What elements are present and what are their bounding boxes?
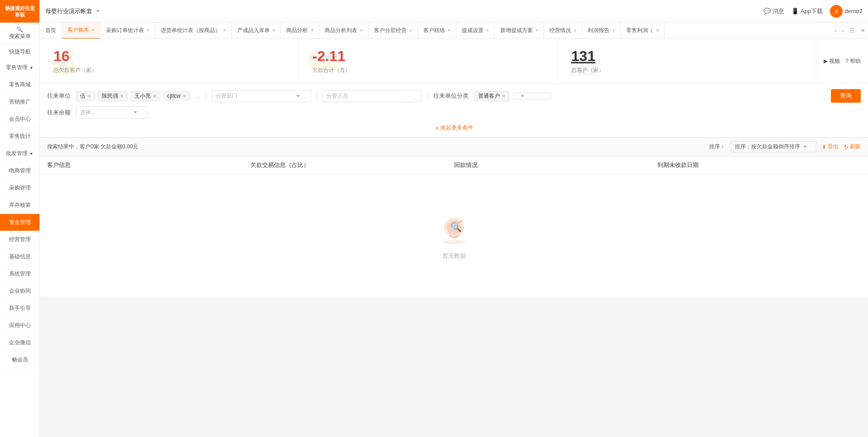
tab-new-raise-plan[interactable]: 新增提成方案× (495, 23, 544, 39)
dept-filter[interactable]: 分管部门 (211, 90, 311, 102)
tab-purchase-order-stats[interactable]: 采购订单统计表× (101, 23, 155, 39)
unit-type-select[interactable] (515, 93, 551, 100)
tab-close-customer-account[interactable]: × (92, 28, 95, 33)
tab-customer-tier[interactable]: 客户分层经营× (369, 23, 418, 39)
column-header: 欠款交易信息（占比） (250, 161, 454, 169)
unit-type-tag-close[interactable]: ✕ (502, 94, 505, 99)
sidebar-item-retail-stats[interactable]: 零售统计 (0, 128, 39, 145)
sidebar-item-new-guide[interactable]: 新手引导 (0, 300, 39, 317)
tab-next-btn[interactable]: › (839, 23, 847, 39)
divider-1 (206, 90, 206, 101)
unit-type-tag[interactable]: 普通客户 ✕ (474, 91, 509, 101)
tab-close-customer-tier[interactable]: × (409, 28, 412, 33)
query-button[interactable]: 查询 (831, 89, 861, 103)
dept-filter-label: 分管部门 (216, 92, 293, 100)
sidebar-item-finance[interactable]: 资金管理 (0, 214, 39, 231)
filter-tag-王小亮[interactable]: 王小亮✕ (130, 91, 160, 101)
sidebar-item-purchase[interactable]: 采购管理 (0, 180, 39, 197)
help-link[interactable]: ? 帮助 (845, 57, 861, 65)
tab-product-analysis-list[interactable]: 商品分析列表× (319, 23, 369, 39)
tab-expand-btn[interactable]: ☷ (847, 23, 858, 39)
tab-product-analysis[interactable]: 商品分析× (281, 23, 319, 39)
tab-prev-btn[interactable]: ‹ (832, 23, 839, 39)
sidebar-item-enterprise-wechat[interactable]: 企业微信 (0, 334, 39, 352)
person-filter[interactable]: 分管人员 ··· (322, 90, 422, 102)
sort-chevron-icon (803, 146, 807, 148)
tab-production-inbound[interactable]: 产成品入库单× (232, 23, 281, 39)
user-menu[interactable]: d demo2 (830, 5, 863, 18)
sidebar-item-enterprise-coop[interactable]: 企业协同 (0, 283, 39, 300)
filter-tag-伍[interactable]: 伍✕ (76, 91, 95, 101)
divider-3 (427, 90, 428, 101)
video-link[interactable]: ▶ 视频 (824, 57, 840, 65)
sidebar-item-operations[interactable]: 经营管理 (0, 231, 39, 248)
tab-close-customer-contact[interactable]: × (448, 28, 451, 33)
balance-filter[interactable]: 选择... (76, 106, 149, 119)
table-header: 客户信息欠款交易信息（占比）回款情况到期未收款日期 (40, 157, 868, 174)
tab-close-profit-report[interactable]: × (612, 28, 615, 33)
tab-profit-report[interactable]: 利润报告× (582, 23, 621, 39)
tab-close-operations-status[interactable]: × (574, 28, 576, 33)
app-download-btn[interactable]: 📱 App下载 (791, 7, 823, 15)
tab-close-all-btn[interactable]: ✕ (858, 23, 868, 39)
tab-inbound-stats[interactable]: 进货单统计表（按商品）× (155, 23, 232, 39)
collapse-btn[interactable]: ∧ 收起更多条件 (435, 124, 473, 132)
export-btn[interactable]: ⬇ 导出 (822, 143, 839, 151)
tab-close-inbound-stats[interactable]: × (223, 28, 226, 33)
filter-more-btn[interactable]: ... (196, 93, 200, 99)
tab-close-new-raise-plan[interactable]: × (536, 28, 538, 33)
collapse-row: ∧ 收起更多条件 (47, 122, 861, 132)
sidebar-item-basic-info[interactable]: 基础信息 (0, 248, 39, 266)
page-content: 💰 16 总欠款客户（家） 💳 -2.11 欠款合计（万） 🏢 131 总客户（… (40, 39, 868, 437)
tab-customer-contact[interactable]: 客户联络× (418, 23, 456, 39)
filter-tag-陈民强[interactable]: 陈民强✕ (98, 91, 128, 101)
tab-home[interactable]: 首页 (40, 23, 62, 39)
account-selector[interactable]: 母婴行业演示帐套 (45, 7, 100, 15)
tab-retail-profit[interactable]: 零售利润（× (621, 23, 665, 39)
export-icon: ⬇ (822, 144, 826, 150)
tab-close-product-analysis-list[interactable]: × (360, 28, 363, 33)
tab-close-retail-profit[interactable]: × (656, 28, 659, 33)
divider-2 (317, 90, 317, 101)
empty-text: 暂无数据 (442, 252, 466, 260)
tab-close-product-analysis[interactable]: × (311, 28, 313, 33)
tab-raise-settings[interactable]: 提成设置× (456, 23, 495, 39)
filter-tags-container: 伍✕陈民强✕王小亮✕cjttcw✕ (76, 91, 190, 101)
tab-list: 首页客户账本×采购订单统计表×进货单统计表（按商品）×产成品入库单×商品分析×商… (40, 23, 832, 39)
tab-close-production-inbound[interactable]: × (273, 28, 275, 33)
tab-close-raise-settings[interactable]: × (486, 28, 489, 33)
svg-point-0 (443, 240, 465, 244)
tag-close[interactable]: ✕ (87, 94, 91, 99)
filter-tag-cjttcw[interactable]: cjttcw✕ (163, 91, 190, 100)
tag-close[interactable]: ✕ (182, 94, 186, 99)
tabbar: 首页客户账本×采购订单统计表×进货单统计表（按商品）×产成品入库单×商品分析×商… (40, 23, 868, 39)
sort-select[interactable]: 排序：按欠款金额倒序排序 (731, 141, 816, 152)
dept-chevron-icon (296, 95, 300, 97)
tab-close-purchase-order-stats[interactable]: × (147, 28, 149, 33)
column-header: 回款情况 (454, 161, 657, 169)
sidebar-item-app-center[interactable]: 应用中心 (0, 317, 39, 334)
tag-close[interactable]: ✕ (153, 94, 156, 99)
sidebar-nav: 零售管理 ▼零售商城营销推广会员中心零售统计批发管理 ▼电商管理采购管理库存核算… (0, 59, 39, 369)
sidebar-item-member2[interactable]: 畅会员 (0, 352, 39, 369)
sidebar-item-wholesale[interactable]: 批发管理 ▼ (0, 145, 39, 162)
topbar-right: 💬 消息 📱 App下载 d demo2 (763, 5, 863, 18)
sidebar-item-ecommerce[interactable]: 电商管理 (0, 162, 39, 180)
sidebar-quick-nav[interactable]: 快捷导航 (0, 44, 39, 59)
logo-text: 畅捷通好生意 标版 (5, 5, 35, 18)
sidebar-item-system[interactable]: 系统管理 (0, 266, 39, 283)
sidebar-item-inventory[interactable]: 库存核算 (0, 197, 39, 214)
message-btn[interactable]: 💬 消息 (763, 7, 784, 15)
sidebar-item-retail-mgmt[interactable]: 零售管理 ▼ (0, 59, 39, 76)
sidebar-item-retail-mall[interactable]: 零售商城 (0, 76, 39, 94)
stat-total-customers: 🏢 131 总客户（家） (558, 39, 817, 83)
sidebar-item-member[interactable]: 会员中心 (0, 111, 39, 128)
refresh-btn[interactable]: ↻ 刷新 (844, 143, 861, 151)
sidebar-item-marketing[interactable]: 营销推广 (0, 94, 39, 111)
stats-bar: 💰 16 总欠款客户（家） 💳 -2.11 欠款合计（万） 🏢 131 总客户（… (40, 39, 868, 84)
sidebar-search[interactable]: 🔍 搜索菜单 (0, 23, 39, 44)
stat-total-credit-amount: 💳 -2.11 欠款合计（万） (299, 39, 558, 83)
tab-operations-status[interactable]: 经营情况× (544, 23, 582, 39)
tab-customer-account[interactable]: 客户账本× (62, 23, 101, 39)
tag-close[interactable]: ✕ (120, 94, 124, 99)
